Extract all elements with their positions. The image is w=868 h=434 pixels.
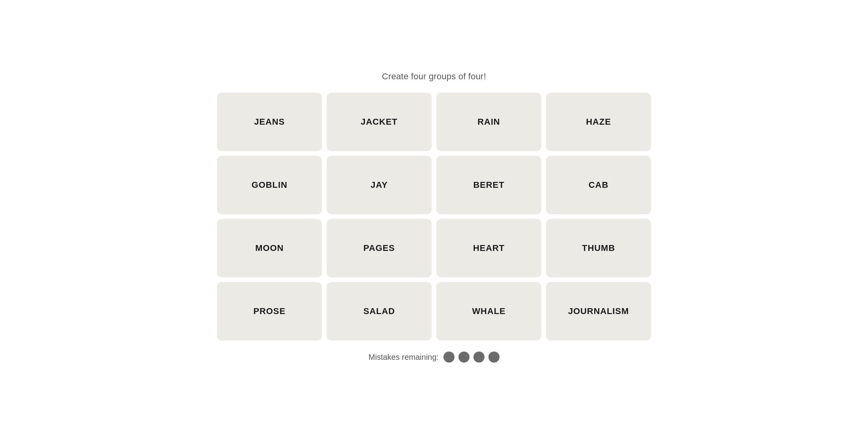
subtitle: Create four groups of four! [382,71,486,82]
mistake-dot-4 [488,352,499,363]
tile-jay[interactable]: JAY [327,156,432,214]
tile-whale[interactable]: WHALE [436,282,541,340]
tile-thumb[interactable]: THUMB [546,219,651,277]
tile-label-thumb: THUMB [582,243,615,253]
tile-pages[interactable]: PAGES [327,219,432,277]
game-container: Create four groups of four! JEANSJACKETR… [217,71,651,363]
tile-label-jacket: JACKET [361,117,397,127]
mistake-dot-1 [443,352,455,363]
mistakes-label: Mistakes remaining: [369,353,439,362]
tile-cab[interactable]: CAB [546,156,651,214]
tile-label-journalism: JOURNALISM [568,306,629,316]
tile-label-haze: HAZE [586,117,611,127]
tile-label-pages: PAGES [363,243,395,253]
mistakes-dots [443,352,499,363]
tile-label-prose: PROSE [253,306,285,316]
tile-grid: JEANSJACKETRAINHAZEGOBLINJAYBERETCABMOON… [217,93,651,340]
tile-label-cab: CAB [589,180,608,190]
tile-label-moon: MOON [255,243,284,253]
tile-label-rain: RAIN [477,117,500,127]
tile-jeans[interactable]: JEANS [217,93,322,151]
tile-journalism[interactable]: JOURNALISM [546,282,651,340]
tile-moon[interactable]: MOON [217,219,322,277]
tile-label-jeans: JEANS [254,117,285,127]
tile-label-salad: SALAD [363,306,395,316]
tile-label-whale: WHALE [472,306,505,316]
tile-label-beret: BERET [473,180,505,190]
tile-heart[interactable]: HEART [436,219,541,277]
tile-jacket[interactable]: JACKET [327,93,432,151]
tile-beret[interactable]: BERET [436,156,541,214]
mistakes-row: Mistakes remaining: [369,352,499,363]
tile-goblin[interactable]: GOBLIN [217,156,322,214]
mistake-dot-2 [458,352,470,363]
tile-label-goblin: GOBLIN [252,180,288,190]
tile-label-heart: HEART [473,243,505,253]
mistake-dot-3 [473,352,485,363]
tile-haze[interactable]: HAZE [546,93,651,151]
tile-salad[interactable]: SALAD [327,282,432,340]
tile-rain[interactable]: RAIN [436,93,541,151]
tile-prose[interactable]: PROSE [217,282,322,340]
tile-label-jay: JAY [370,180,387,190]
